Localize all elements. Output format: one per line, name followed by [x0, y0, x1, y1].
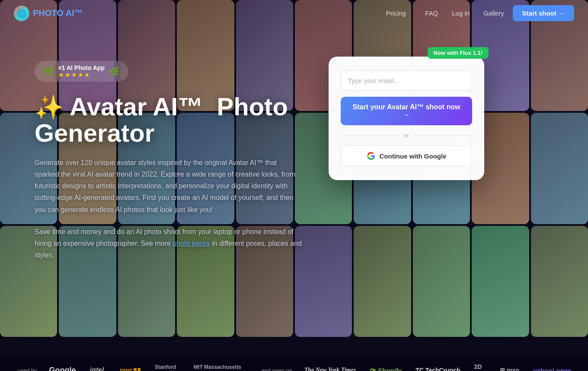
or-divider: or — [341, 132, 472, 139]
hero-title: ✨ Avatar AI™ PhotoGenerator — [35, 94, 303, 146]
brand-msn: ⊞ msn — [500, 367, 519, 371]
used-by-label: used by — [17, 367, 37, 371]
brand-nyt: The New York Times — [304, 367, 356, 371]
laurel-right: 🌿 — [109, 66, 120, 76]
nav-login[interactable]: Log in — [447, 6, 475, 20]
seen-on-label: and seen on — [261, 367, 292, 371]
nav-faq[interactable]: FAQ — [420, 6, 443, 20]
laurel-left: 🌿 — [43, 66, 54, 76]
flux-badge: Now with Flux 1.1! — [428, 47, 489, 59]
brand-yahoo: yahoo! news — [533, 367, 571, 371]
hero-left: 🌿 #1 AI Photo App ★★★★★ 🌿 ✨ Avatar AI™ P… — [35, 52, 303, 261]
start-shoot-button[interactable]: Start shoot → — [513, 5, 574, 21]
brands-bar: used by Google intel. pwc▮▮ StanfordUniv… — [0, 355, 588, 371]
nav-gallery[interactable]: Gallery — [478, 6, 509, 20]
brand-shopify: 🛍 Shopify — [370, 367, 402, 371]
nav-links: Pricing | FAQ Log in Gallery Start shoot… — [381, 5, 574, 21]
award-badge: 🌿 #1 AI Photo App ★★★★★ 🌿 — [35, 61, 128, 82]
hero-description: Generate over 120 unique avatar styles i… — [35, 157, 303, 216]
photo-packs-link[interactable]: photo packs — [173, 240, 210, 247]
nav-sep-1: | — [415, 9, 417, 18]
brand-intel: intel. — [90, 366, 106, 371]
logo-icon: 🌐 — [14, 6, 29, 21]
start-shoot-signup-button[interactable]: Start your Avatar AI™ shoot now → — [341, 97, 472, 125]
signup-panel: Now with Flux 1.1! Start your Avatar AI™… — [329, 52, 484, 180]
brand-logos-seen: The New York Times 🛍 Shopify TC TechCrun… — [304, 363, 571, 371]
brand-stanford: StanfordUniversity — [155, 364, 180, 371]
award-text: #1 AI Photo App — [58, 64, 105, 71]
brand-techcrunch: TC TechCrunch — [415, 367, 460, 371]
brand-logos-used: Google intel. pwc▮▮ StanfordUniversity M… — [49, 364, 249, 371]
logo[interactable]: 🌐 PHOTO AI™ — [14, 6, 83, 21]
nav-pricing[interactable]: Pricing — [381, 6, 411, 20]
signup-card: Start your Avatar AI™ shoot now → or Con… — [329, 57, 484, 180]
or-line-left — [341, 135, 399, 136]
hero-description-2: Save time and money and do an AI photo s… — [35, 226, 303, 261]
google-icon — [367, 152, 375, 160]
sparkle-icon: ✨ — [35, 95, 64, 120]
navbar: 🌐 PHOTO AI™ Pricing | FAQ Log in Gallery… — [0, 0, 588, 26]
google-btn-label: Continue with Google — [380, 152, 447, 160]
brand-google: Google — [49, 366, 76, 371]
brand-mit: MIT MassachusettsInstitute of Technology — [194, 364, 249, 371]
email-input[interactable] — [341, 70, 472, 91]
google-signin-button[interactable]: Continue with Google — [341, 146, 472, 166]
or-line-right — [414, 135, 472, 136]
brand-pwc: pwc▮▮ — [120, 366, 141, 371]
or-label: or — [404, 132, 409, 139]
stars: ★★★★★ — [58, 71, 105, 78]
hero-section: 🌿 #1 AI Photo App ★★★★★ 🌿 ✨ Avatar AI™ P… — [0, 26, 588, 337]
logo-text: PHOTO AI™ — [33, 8, 83, 18]
brand-zdnet: 2DNET — [474, 363, 486, 371]
